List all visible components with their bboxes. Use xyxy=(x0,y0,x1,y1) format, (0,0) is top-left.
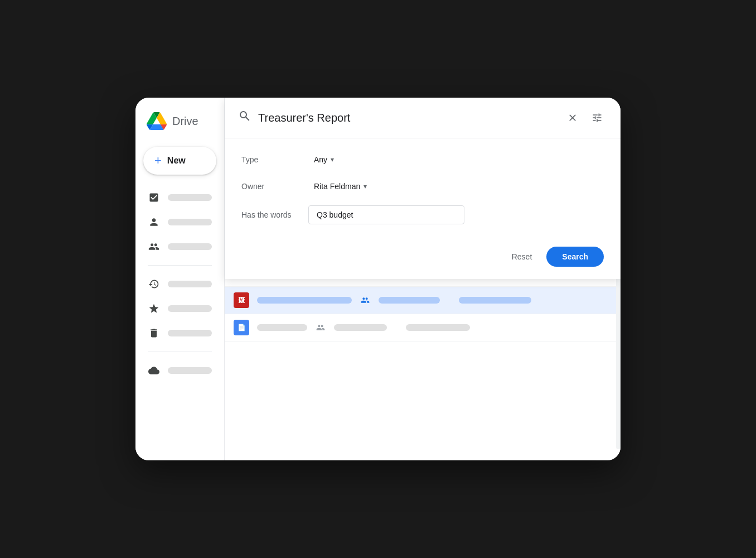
drive-logo-icon xyxy=(147,111,167,131)
owner-select[interactable]: Rita Feldman ▾ xyxy=(308,179,372,194)
search-button[interactable]: Search xyxy=(546,247,604,267)
file-meta xyxy=(379,297,440,304)
file-date xyxy=(406,324,470,331)
reset-button[interactable]: Reset xyxy=(502,247,542,267)
sidebar-item-storage[interactable] xyxy=(140,359,220,382)
share-icon xyxy=(315,322,326,333)
sidebar: Drive + New xyxy=(135,98,225,460)
search-dialog: Treasurer's Report xyxy=(225,98,621,279)
search-query: Treasurer's Report xyxy=(258,112,556,124)
type-dropdown-arrow: ▾ xyxy=(331,156,334,163)
words-input[interactable] xyxy=(308,205,464,224)
file-name xyxy=(257,297,352,304)
sidebar-item-starred[interactable] xyxy=(140,297,220,320)
owner-label: Owner xyxy=(241,182,308,191)
type-value: Any xyxy=(314,155,327,164)
sidebar-label xyxy=(168,219,212,225)
my-drive-icon xyxy=(148,191,160,204)
sidebar-item-people[interactable] xyxy=(140,235,220,258)
sidebar-label xyxy=(168,305,212,312)
share-icon xyxy=(360,295,371,306)
sidebar-item-trash[interactable] xyxy=(140,321,220,345)
sidebar-item-shared[interactable] xyxy=(140,210,220,234)
file-name xyxy=(257,324,307,331)
recent-icon xyxy=(148,278,160,290)
sidebar-label xyxy=(168,281,212,287)
search-header: Treasurer's Report xyxy=(225,98,621,138)
image-icon: 🖼 xyxy=(234,292,249,308)
divider-2 xyxy=(148,352,212,352)
filter-fields: Type Any ▾ Owner Rita Feldman ▾ Has the … xyxy=(225,138,621,247)
sidebar-header: Drive xyxy=(135,107,224,142)
type-filter-row: Type Any ▾ xyxy=(241,152,604,167)
owner-dropdown-arrow: ▾ xyxy=(364,182,367,190)
type-select[interactable]: Any ▾ xyxy=(308,152,340,167)
app-title: Drive xyxy=(172,115,198,128)
doc-icon: 📄 xyxy=(234,320,249,335)
sidebar-nav xyxy=(135,186,224,382)
file-date xyxy=(459,297,531,304)
search-icon xyxy=(238,109,251,126)
table-row[interactable]: 🖼 xyxy=(225,287,621,314)
sidebar-label xyxy=(168,367,212,374)
header-actions xyxy=(563,108,607,128)
divider xyxy=(148,265,212,266)
sidebar-label xyxy=(168,194,212,201)
owner-filter-row: Owner Rita Feldman ▾ xyxy=(241,179,604,194)
sidebar-label xyxy=(168,330,212,336)
sidebar-label xyxy=(168,243,212,250)
type-label: Type xyxy=(241,155,308,164)
new-button-label: New xyxy=(167,156,186,166)
dialog-actions: Reset Search xyxy=(225,247,621,279)
sidebar-item-my-drive[interactable] xyxy=(140,186,220,209)
new-button[interactable]: + New xyxy=(143,147,216,175)
owner-value: Rita Feldman xyxy=(314,182,360,191)
plus-icon: + xyxy=(154,155,162,167)
file-meta xyxy=(334,324,387,331)
words-label: Has the words xyxy=(241,210,308,219)
star-icon xyxy=(148,302,160,315)
trash-icon xyxy=(148,327,160,339)
people-icon xyxy=(148,240,160,253)
main-content: Treasurer's Report xyxy=(225,98,621,460)
app-window: Drive + New xyxy=(135,98,621,460)
sidebar-item-recent[interactable] xyxy=(140,272,220,296)
shared-icon xyxy=(148,216,160,228)
close-button[interactable] xyxy=(563,108,583,128)
filter-button[interactable] xyxy=(587,108,607,128)
table-row[interactable]: 📄 xyxy=(225,314,621,341)
words-filter-row: Has the words xyxy=(241,205,604,224)
storage-icon xyxy=(148,364,160,377)
